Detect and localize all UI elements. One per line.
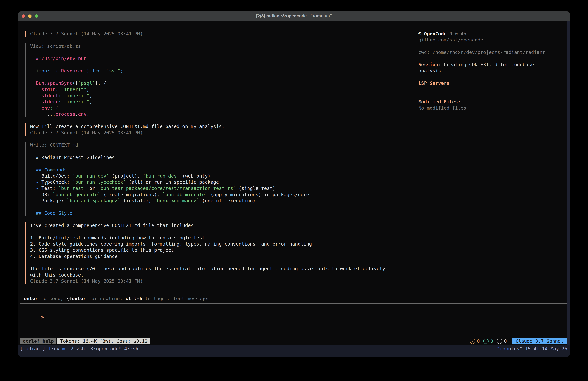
chat-line bbox=[30, 160, 412, 167]
tmux-windows: [radiant] 1:nvim 2:zsh- 3:opencode* 4:zs… bbox=[20, 346, 138, 352]
chat-line: Now I'll create a comprehensive CONTEXT.… bbox=[30, 123, 412, 130]
sidebar-line: LSP Servers bbox=[419, 80, 560, 86]
status-bar: ctrl+? help Tokens: 16.4K (8%), Cost: $0… bbox=[20, 338, 567, 344]
help-hint: ctrl+? help bbox=[20, 338, 57, 344]
token-usage: Tokens: 16.4K (8%), Cost: $0.12 bbox=[58, 338, 150, 344]
window-title: [2/3] radiant:3:opencode - "romulus" bbox=[18, 11, 570, 21]
chat-line: stdout: "inherit", bbox=[30, 92, 412, 99]
chat-line bbox=[30, 148, 412, 154]
prompt-input[interactable]: > bbox=[24, 308, 44, 314]
hints-count: 0 bbox=[504, 338, 507, 344]
sidebar-line: Session: Creating CONTEXT.md for codebas… bbox=[419, 62, 560, 68]
sidebar: © OpenCode 0.0.45github.com/sst/opencode… bbox=[419, 31, 560, 111]
chat-line: 3. CSS styling conventions specific to t… bbox=[30, 247, 412, 253]
sidebar-line bbox=[419, 43, 560, 49]
sidebar-line: cwd: /home/thdxr/dev/projects/radiant/ra… bbox=[419, 49, 560, 55]
info-icon: i bbox=[483, 338, 489, 344]
hints-icon: h bbox=[497, 338, 502, 344]
info-count: 0 bbox=[490, 338, 493, 344]
warnings-icon: w bbox=[470, 338, 475, 344]
chat-line bbox=[30, 259, 412, 266]
chat-line: ...process.env, bbox=[30, 111, 412, 117]
chat-line: env: { bbox=[30, 105, 412, 111]
input-divider bbox=[20, 303, 567, 304]
sidebar-line: No modified files bbox=[419, 105, 560, 111]
assistant-message: Claude 3.7 Sonnet (14 May 2025 03:41 PM) bbox=[24, 31, 412, 37]
chat-line: 2. Code style guidelines covering import… bbox=[30, 241, 412, 247]
sidebar-line: © OpenCode 0.0.45 bbox=[419, 31, 560, 37]
sidebar-line bbox=[419, 86, 560, 92]
chat-line bbox=[30, 74, 412, 80]
chat-line bbox=[30, 204, 412, 210]
chat-line: ## Code Style bbox=[30, 210, 412, 216]
status-spacer bbox=[150, 338, 470, 344]
chat-line: stdin: "inherit", bbox=[30, 86, 412, 92]
model-badge: Claude 3.7 Sonnet bbox=[512, 338, 567, 344]
help-segments: enter to send, \+enter for newline, ctrl… bbox=[24, 295, 210, 302]
chat-line: - Build/Dev: `bun run dev` (project), `b… bbox=[30, 173, 412, 179]
chat-line: 4. Database operations guidance bbox=[30, 253, 412, 259]
chat-line: Write: CONTEXT.md bbox=[30, 142, 412, 148]
chat-line: Claude 3.7 Sonnet (14 May 2025 03:41 PM) bbox=[30, 130, 412, 136]
assistant-message: Now I'll create a comprehensive CONTEXT.… bbox=[24, 123, 412, 136]
sidebar-line: github.com/sst/opencode bbox=[419, 37, 560, 43]
prompt-symbol: > bbox=[41, 314, 44, 320]
chat-line: - TypeCheck: `bun run typecheck` (all) o… bbox=[30, 179, 412, 185]
chat-line: - DB: `bun db generate` (create migratio… bbox=[30, 191, 412, 198]
help-line: enter to send, \+enter for newline, ctrl… bbox=[24, 295, 210, 302]
warnings-count: 0 bbox=[477, 338, 480, 344]
tmux-session-info: "romulus" 15:41 14-May-25 bbox=[497, 346, 567, 352]
chat-line: Bun.spawnSync([`psql`], { bbox=[30, 80, 412, 86]
terminal: Claude 3.7 Sonnet (14 May 2025 03:41 PM)… bbox=[18, 21, 570, 357]
chat-line: - Test: `bun test` or `bun test packages… bbox=[30, 185, 412, 191]
title-bar: [2/3] radiant:3:opencode - "romulus" bbox=[18, 11, 570, 21]
tool-output: Write: CONTEXT.md # Radiant Project Guid… bbox=[24, 142, 412, 216]
sidebar-line bbox=[419, 74, 560, 80]
sidebar-line bbox=[419, 55, 560, 62]
chat-line: with this codebase. bbox=[30, 272, 412, 278]
chat-line bbox=[30, 49, 412, 55]
chat-line: View: script/db.ts bbox=[30, 43, 412, 49]
chat-line: Claude 3.7 Sonnet (14 May 2025 03:41 PM) bbox=[30, 31, 412, 37]
scrollbar[interactable] bbox=[567, 21, 570, 344]
chat-line: I've created a comprehensive CONTEXT.md … bbox=[30, 222, 412, 228]
chat-line: The file is concise (20 lines) and captu… bbox=[30, 266, 412, 272]
chat-line: #!/usr/bin/env bun bbox=[30, 55, 412, 62]
chat-line: Claude 3.7 Sonnet (14 May 2025 03:41 PM) bbox=[30, 278, 412, 284]
chat-line: import { Resource } from "sst"; bbox=[30, 68, 412, 74]
chat-line: # Radiant Project Guidelines bbox=[30, 154, 412, 160]
chat-line bbox=[30, 62, 412, 68]
tool-output: View: script/db.ts #!/usr/bin/env bun im… bbox=[24, 43, 412, 117]
assistant-message: I've created a comprehensive CONTEXT.md … bbox=[24, 222, 412, 284]
chat-line: stderr: "inherit", bbox=[30, 99, 412, 105]
diagnostic-hints: h0 bbox=[497, 338, 507, 344]
diagnostics: w0i0h0 bbox=[470, 338, 507, 344]
chat-line: 1. Build/lint/test commands including ho… bbox=[30, 235, 412, 241]
chat-transcript: Claude 3.7 Sonnet (14 May 2025 03:41 PM)… bbox=[24, 31, 412, 290]
sidebar-line: analysis bbox=[419, 68, 560, 74]
tmux-bar: [radiant] 1:nvim 2:zsh- 3:opencode* 4:zs… bbox=[18, 344, 570, 357]
app-window: [2/3] radiant:3:opencode - "romulus" Cla… bbox=[18, 11, 570, 357]
diagnostic-info: i0 bbox=[483, 338, 493, 344]
chat-line bbox=[30, 229, 412, 235]
diagnostic-warnings: w0 bbox=[470, 338, 480, 344]
sidebar-line bbox=[419, 92, 560, 99]
chat-line: ## Commands bbox=[30, 167, 412, 173]
sidebar-line: Modified Files: bbox=[419, 99, 560, 105]
chat-line: - Package: `bun add <package>` (install)… bbox=[30, 198, 412, 204]
